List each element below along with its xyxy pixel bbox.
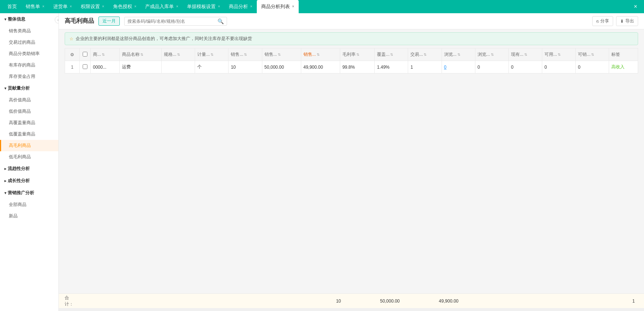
nav-role-auth[interactable]: 角色授权 × xyxy=(109,0,141,13)
col-tag-label: 标签 xyxy=(611,52,620,57)
arrow-right-icon: ▸ xyxy=(4,167,6,171)
filter-recent-month-button[interactable]: 近一月 xyxy=(98,17,120,26)
search-input[interactable] xyxy=(127,19,217,24)
sidebar-item-new-products[interactable]: 新品 xyxy=(0,210,58,222)
col-code[interactable]: 商...⇅ xyxy=(91,48,120,61)
col-checkbox[interactable] xyxy=(80,48,91,61)
nav-template-settings[interactable]: 单据模板设置 × xyxy=(183,0,224,13)
sidebar-item-in-stock-products[interactable]: 有库存的商品 xyxy=(0,59,58,71)
col-gross-margin-label: 毛利率 xyxy=(342,52,356,57)
sort-icon: ⇅ xyxy=(140,53,143,57)
col-sellable[interactable]: 可销...⇅ xyxy=(576,48,609,61)
nav-close-icon[interactable]: × xyxy=(292,0,294,13)
sidebar-item-low-coverage[interactable]: 低覆盖量商品 xyxy=(0,129,58,140)
sidebar-group-contribution[interactable]: ▾ 贡献量分析 xyxy=(0,82,58,94)
nav-close-icon[interactable]: × xyxy=(134,0,137,13)
export-button[interactable]: ⬇ 导出 xyxy=(616,16,638,26)
arrow-down-icon: ▾ xyxy=(4,191,6,195)
search-icon[interactable]: 🔍 xyxy=(217,18,224,24)
nav-product-inbound[interactable]: 产成品入库单 × xyxy=(141,0,183,13)
col-view2[interactable]: 浏览...⇅ xyxy=(475,48,508,61)
col-gross-margin[interactable]: 毛利率⇅ xyxy=(340,48,374,61)
col-trade[interactable]: 交易...⇅ xyxy=(408,48,442,61)
horizontal-scrollbar[interactable] xyxy=(59,308,644,311)
col-coverage[interactable]: 覆盖...⇅ xyxy=(375,48,408,61)
sort-icon: ⇅ xyxy=(390,53,393,57)
col-sales-qty[interactable]: 销售...⇅ xyxy=(229,48,262,61)
col-current-stock-label: 现有... xyxy=(511,52,524,57)
cell-num: 1 xyxy=(65,61,80,73)
col-sales-profit[interactable]: 销售...⇅ xyxy=(301,48,340,61)
sidebar-item-low-value[interactable]: 低价值商品 xyxy=(0,106,58,117)
nav-close-icon[interactable]: × xyxy=(250,0,252,13)
sidebar-item-high-coverage[interactable]: 高覆盖量商品 xyxy=(0,117,58,129)
sidebar-item-low-margin[interactable]: 低毛利商品 xyxy=(0,151,58,163)
nav-close-icon[interactable]: × xyxy=(70,0,72,13)
col-spec-label: 规格... xyxy=(164,52,176,57)
nav-close-icon[interactable]: × xyxy=(176,0,178,13)
sidebar-group-overall[interactable]: ▾ 整体信息 xyxy=(0,13,58,25)
col-unit[interactable]: 计量...⇅ xyxy=(195,48,229,61)
col-tag: 标签 xyxy=(609,48,638,61)
share-button[interactable]: ⎋ 分享 xyxy=(592,16,613,26)
cell-view1[interactable]: 0 xyxy=(442,61,475,73)
col-view1[interactable]: 浏览...⇅ xyxy=(442,48,475,61)
sidebar-item-traded-products[interactable]: 交易过的商品 xyxy=(0,37,58,48)
sidebar-group-marketing[interactable]: ▾ 营销推广分析 xyxy=(0,187,58,199)
col-available[interactable]: 可用...⇅ xyxy=(542,48,576,61)
col-current-stock[interactable]: 现有...⇅ xyxy=(508,48,542,61)
nav-sales-order[interactable]: 销售单 × xyxy=(21,0,49,13)
sidebar-item-sales-products[interactable]: 销售类商品 xyxy=(0,25,58,37)
nav-permission-settings[interactable]: 权限设置 × xyxy=(76,0,109,13)
nav-close-icon[interactable]: × xyxy=(42,0,44,13)
cell-sales-amount: 50,000.00 xyxy=(262,61,301,73)
cell-tag: 高收入 xyxy=(609,61,638,73)
info-icon: ☆ xyxy=(69,36,73,41)
sidebar-item-stock-capital[interactable]: 库存资金占用 xyxy=(0,71,58,82)
cell-sellable: 0 xyxy=(576,61,609,73)
sidebar-item-category-sales-rate[interactable]: 商品分类助销率 xyxy=(0,48,58,59)
sort-icon: ⇅ xyxy=(317,53,320,57)
sidebar-item-all-products[interactable]: 全部商品 xyxy=(0,199,58,210)
sidebar-group-flow[interactable]: ▸ 流趋性分析 xyxy=(0,163,58,175)
col-spec[interactable]: 规格...⇅ xyxy=(162,48,195,61)
footer-values: 10 50,000.00 49,900.00 1 0 0 xyxy=(76,299,644,304)
sidebar: « ▾ 整体信息 销售类商品 交易过的商品 商品分类助销率 有库存的商品 库存资… xyxy=(0,13,59,311)
sidebar-group-growth[interactable]: ▸ 成长性分析 xyxy=(0,175,58,187)
sort-icon: ⇅ xyxy=(524,53,527,57)
footer-sales-qty: 10 xyxy=(312,299,341,304)
share-icon: ⎋ xyxy=(596,19,599,24)
select-all-checkbox[interactable] xyxy=(83,52,87,57)
nav-home[interactable]: 首页 xyxy=(3,0,21,13)
footer-sales-profit: 49,900.00 xyxy=(429,299,458,304)
row-checkbox[interactable] xyxy=(83,64,87,69)
footer-label: 合计： xyxy=(65,295,73,307)
col-sales-amount-label: 销售... xyxy=(265,52,277,57)
sidebar-item-high-value[interactable]: 高价值商品 xyxy=(0,94,58,106)
sidebar-item-high-margin[interactable]: 高毛利商品 xyxy=(0,140,58,151)
table-header-row: ⚙ 商...⇅ 商品名称⇅ 规格...⇅ 计量...⇅ 销售...⇅ 销售...… xyxy=(65,48,638,61)
table-container[interactable]: ⚙ 商...⇅ 商品名称⇅ 规格...⇅ 计量...⇅ 销售...⇅ 销售...… xyxy=(65,48,638,293)
info-banner: ☆ 企业的主要的利润都是这部分商品创造的，可考虑加大推广，同时关注库存是不要出现… xyxy=(65,32,638,45)
nav-close-icon[interactable]: × xyxy=(218,0,220,13)
col-settings[interactable]: ⚙ xyxy=(65,48,80,61)
col-name[interactable]: 商品名称⇅ xyxy=(120,48,162,61)
cell-checkbox[interactable] xyxy=(80,61,91,73)
sort-icon: ⇅ xyxy=(558,53,561,57)
footer-sales-amount: 50,000.00 xyxy=(370,299,400,304)
nav-product-analysis-list[interactable]: 商品分析列表 × xyxy=(257,0,299,13)
sort-icon: ⇅ xyxy=(591,53,594,57)
content-header: 高毛利商品 近一月 🔍 ⎋ 分享 ⬇ 导出 xyxy=(59,13,644,29)
col-sales-amount[interactable]: 销售...⇅ xyxy=(262,48,301,61)
cell-code: 0000... xyxy=(91,61,120,73)
footer-trade: 1 xyxy=(605,299,635,304)
cell-trade: 1 xyxy=(408,61,442,73)
nav-close-all-button[interactable]: × xyxy=(630,1,641,12)
export-icon: ⬇ xyxy=(620,19,624,24)
nav-close-icon[interactable]: × xyxy=(102,0,104,13)
table-footer: 合计： 10 50,000.00 49,900.00 1 0 0 xyxy=(59,293,644,308)
nav-purchase-order[interactable]: 进货单 × xyxy=(49,0,76,13)
col-sellable-label: 可销... xyxy=(578,52,590,57)
nav-product-analysis[interactable]: 商品分析 × xyxy=(224,0,257,13)
col-coverage-label: 覆盖... xyxy=(377,52,389,57)
